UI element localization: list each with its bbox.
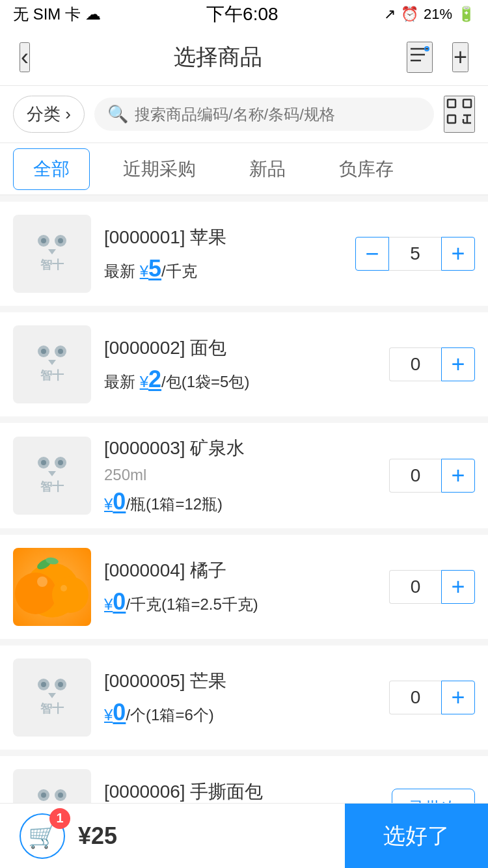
product-price-water: ¥0/瓶(1箱=12瓶) — [104, 488, 376, 515]
search-icon: 🔍 — [107, 104, 128, 124]
product-thumb-bread: 智十 — [13, 325, 91, 403]
tab-recent[interactable]: 近期采购 — [103, 148, 216, 190]
cart-section: 🛒 1 ¥25 — [0, 813, 345, 859]
qty-value-orange[interactable]: 0 — [389, 570, 441, 604]
qty-value-bread[interactable]: 0 — [389, 347, 441, 381]
status-sim: 无 SIM 卡 ☁ — [13, 4, 101, 25]
qty-plus-apple[interactable]: + — [441, 237, 475, 271]
qty-control-bread: 0 + — [389, 347, 475, 381]
battery-icon: 🔋 — [457, 6, 475, 23]
product-price-mango: ¥0/个(1箱=6个) — [104, 699, 376, 726]
product-price-apple: 最新 ¥5/千克 — [104, 255, 342, 282]
product-item-water: 智十 [0000003] 矿泉水 250ml ¥0/瓶(1箱=12瓶) 0 + — [0, 423, 488, 528]
product-spec-water: 250ml — [104, 466, 376, 484]
bottom-bar: 🛒 1 ¥25 选好了 — [0, 803, 488, 868]
svg-point-13 — [52, 576, 88, 613]
filter-button[interactable] — [407, 42, 433, 73]
tab-all[interactable]: 全部 — [13, 148, 90, 190]
product-thumb-apple: 智十 — [13, 215, 91, 293]
status-time: 下午6:08 — [206, 2, 278, 27]
product-name-bread: [0000002] 面包 — [104, 336, 376, 360]
tab-new[interactable]: 新品 — [229, 148, 306, 190]
location-icon: ↗ — [384, 6, 396, 23]
product-price-orange: ¥0/千克(1箱=2.5千克) — [104, 588, 376, 616]
cart-total: ¥25 — [78, 822, 117, 850]
nav-icons: + — [407, 42, 468, 73]
qty-control-orange: 0 + — [389, 570, 475, 604]
product-item-mango: 智十 [0000005] 芒果 ¥0/个(1箱=6个) 0 + — [0, 645, 488, 750]
search-box: 🔍 — [94, 98, 434, 131]
qty-plus-mango[interactable]: + — [441, 681, 475, 714]
product-list: 智十 [0000001] 苹果 最新 ¥5/千克 − 5 + 智十 — [0, 202, 488, 868]
tab-bar: 全部 近期采购 新品 负库存 — [0, 143, 488, 195]
qty-minus-apple[interactable]: − — [355, 237, 389, 271]
confirm-button[interactable]: 选好了 — [345, 804, 488, 869]
qty-plus-bread[interactable]: + — [441, 347, 475, 381]
back-button[interactable]: ‹ — [20, 42, 30, 72]
search-input[interactable] — [135, 105, 421, 124]
product-name-torn-bread: [0000006] 手撕面包 — [104, 780, 379, 804]
qty-value-water[interactable]: 0 — [389, 459, 441, 493]
scan-button[interactable] — [444, 96, 475, 133]
product-price-bread: 最新 ¥2/包(1袋=5包) — [104, 366, 376, 393]
qty-plus-water[interactable]: + — [441, 459, 475, 493]
product-info-orange: [0000004] 橘子 ¥0/千克(1箱=2.5千克) — [104, 558, 376, 616]
product-item-bread: 智十 [0000002] 面包 最新 ¥2/包(1袋=5包) 0 + — [0, 312, 488, 416]
svg-point-17 — [61, 585, 67, 591]
svg-rect-5 — [463, 100, 471, 107]
nav-bar: ‹ 选择商品 + — [0, 29, 488, 86]
qty-plus-orange[interactable]: + — [441, 570, 475, 604]
qty-control-apple: − 5 + — [355, 237, 475, 271]
qty-value-apple[interactable]: 5 — [389, 237, 441, 271]
status-left: 无 SIM 卡 ☁ — [13, 4, 101, 25]
status-bar: 无 SIM 卡 ☁ 下午6:08 ↗ ⏰ 21% 🔋 — [0, 0, 488, 29]
cart-badge: 1 — [49, 808, 70, 829]
qty-control-mango: 0 + — [389, 681, 475, 714]
filter-bar: 分类 › 🔍 — [0, 86, 488, 143]
qty-control-water: 0 + — [389, 459, 475, 493]
product-info-mango: [0000005] 芒果 ¥0/个(1箱=6个) — [104, 669, 376, 726]
product-name-mango: [0000005] 芒果 — [104, 669, 376, 694]
product-item-apple: 智十 [0000001] 苹果 最新 ¥5/千克 − 5 + — [0, 202, 488, 306]
product-item-orange: [0000004] 橘子 ¥0/千克(1箱=2.5千克) 0 + — [0, 535, 488, 639]
page-title: 选择商品 — [174, 42, 262, 72]
product-name-apple: [0000001] 苹果 — [104, 225, 342, 250]
product-thumb-water: 智十 — [13, 437, 91, 515]
product-thumb-mango: 智十 — [13, 658, 91, 737]
qty-value-mango[interactable]: 0 — [389, 681, 441, 714]
product-info-water: [0000003] 矿泉水 250ml ¥0/瓶(1箱=12瓶) — [104, 436, 376, 515]
add-button[interactable]: + — [452, 42, 468, 72]
product-thumb-orange — [13, 548, 91, 626]
svg-point-12 — [15, 573, 57, 614]
svg-point-16 — [37, 576, 47, 587]
status-right: ↗ ⏰ 21% 🔋 — [384, 6, 475, 23]
product-name-water: [0000003] 矿泉水 — [104, 436, 376, 461]
category-button[interactable]: 分类 › — [13, 96, 85, 133]
tab-negative[interactable]: 负库存 — [319, 148, 414, 190]
svg-rect-4 — [448, 100, 455, 107]
product-info-apple: [0000001] 苹果 最新 ¥5/千克 — [104, 225, 342, 282]
product-info-bread: [0000002] 面包 最新 ¥2/包(1袋=5包) — [104, 336, 376, 393]
svg-rect-6 — [448, 115, 455, 123]
cart-icon-wrap[interactable]: 🛒 1 — [20, 813, 65, 859]
alarm-icon: ⏰ — [401, 6, 418, 23]
battery-level: 21% — [424, 6, 452, 23]
product-name-orange: [0000004] 橘子 — [104, 558, 376, 583]
